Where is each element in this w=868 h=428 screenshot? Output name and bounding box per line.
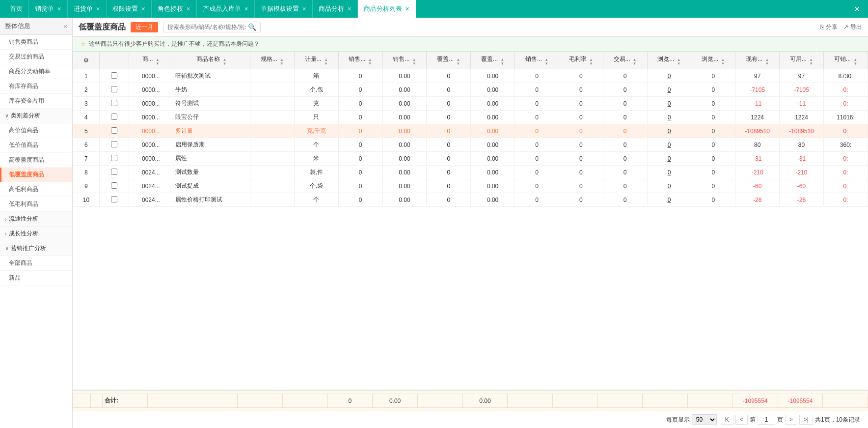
row-checkbox[interactable] <box>111 155 117 161</box>
browse2-column-header[interactable]: 浏览... ▲▼ <box>691 52 735 69</box>
sidebar-item-in-stock-goods[interactable]: 有库存商品 <box>0 79 72 94</box>
nav-close-icon[interactable]: ✕ <box>347 6 352 12</box>
row-checkbox-cell[interactable] <box>99 111 129 124</box>
sidebar-item-low-margin[interactable]: 低毛利商品 <box>0 197 72 212</box>
nav-product-inbound[interactable]: 产成品入库单 ✕ <box>197 0 255 18</box>
trans-column-header[interactable]: 交易... ▲▼ <box>603 52 647 69</box>
row-browse1[interactable]: 0 <box>647 152 691 166</box>
row-checkbox[interactable] <box>111 127 117 134</box>
nav-close-icon[interactable]: ✕ <box>141 6 145 12</box>
nav-close-icon[interactable]: ✕ <box>96 6 100 12</box>
sidebar-item-category-sales-rate[interactable]: 商品分类动销率 <box>0 64 72 79</box>
row-checkbox-cell[interactable] <box>99 69 129 83</box>
collapse-icon[interactable]: « <box>63 22 67 30</box>
sales-qty-column-header[interactable]: 销售... ▲▼ <box>338 52 382 69</box>
row-checkbox[interactable] <box>111 182 117 189</box>
sidebar-item-sales-goods[interactable]: 销售类商品 <box>0 35 72 50</box>
code-column-header[interactable]: 商... ▲▼ <box>129 52 173 69</box>
nav-permissions[interactable]: 权限设置 ✕ <box>107 0 152 18</box>
sidebar-item-high-coverage[interactable]: 高覆盖度商品 <box>0 153 72 168</box>
row-browse1[interactable]: 0 <box>647 69 691 83</box>
sidebar-item-high-margin[interactable]: 高毛利商品 <box>0 182 72 197</box>
name-column-header[interactable]: 商品名称 ▲▼ <box>173 52 250 69</box>
row-checkbox[interactable] <box>111 86 117 92</box>
row-browse1[interactable]: 0 <box>647 97 691 111</box>
browse1-link[interactable]: 0 <box>668 183 671 190</box>
nav-close-icon[interactable]: ✕ <box>302 6 306 12</box>
browse1-link[interactable]: 0 <box>668 197 671 203</box>
per-page-select[interactable]: 50 20 100 <box>692 414 717 425</box>
prev-page-button[interactable]: < <box>735 415 748 425</box>
nav-close-icon[interactable]: ✕ <box>57 6 61 12</box>
sidebar-group-growth[interactable]: › 成长性分析 <box>0 227 72 241</box>
row-browse1[interactable]: 0 <box>647 138 691 152</box>
sidebar-item-new-goods[interactable]: 新品 <box>0 271 72 285</box>
nav-close-icon[interactable]: ✕ <box>186 6 190 12</box>
first-page-button[interactable]: K <box>721 415 733 425</box>
sidebar-group-liquidity[interactable]: › 流通性分析 <box>0 212 72 227</box>
row-checkbox[interactable] <box>111 169 117 175</box>
row-browse1[interactable]: 0 <box>647 111 691 124</box>
nav-product-analysis-list[interactable]: 商品分析列表 ✕ <box>358 0 416 18</box>
share-button[interactable]: ⎘ 分享 <box>820 23 838 31</box>
row-browse1[interactable]: 0 <box>647 193 691 207</box>
time-filter-button[interactable]: 近一月 <box>131 22 158 32</box>
nav-sales-order[interactable]: 销货单 ✕ <box>29 0 68 18</box>
cover1-column-header[interactable]: 覆盖... ▲▼ <box>427 52 471 69</box>
browse1-link[interactable]: 0 <box>668 142 671 148</box>
sales-amt-column-header[interactable]: 销售... ▲▼ <box>382 52 427 69</box>
row-checkbox[interactable] <box>111 100 117 106</box>
nav-home[interactable]: 首页 <box>4 0 29 18</box>
settings-column-header[interactable]: ⚙ <box>73 52 100 69</box>
row-checkbox-cell[interactable] <box>99 152 129 166</box>
row-checkbox-cell[interactable] <box>99 193 129 207</box>
nav-template-settings[interactable]: 单据模板设置 ✕ <box>255 0 313 18</box>
page-number-input[interactable] <box>758 415 775 425</box>
browse1-link[interactable]: 0 <box>668 100 671 107</box>
row-checkbox[interactable] <box>111 72 117 79</box>
row-checkbox[interactable] <box>111 141 117 147</box>
row-checkbox[interactable] <box>111 114 117 120</box>
export-button[interactable]: ↗ 导出 <box>843 23 862 31</box>
row-browse1[interactable]: 0 <box>647 83 691 97</box>
row-browse1[interactable]: 0 <box>647 166 691 179</box>
nav-close-icon[interactable]: ✕ <box>244 6 248 12</box>
row-checkbox[interactable] <box>111 196 117 202</box>
row-checkbox-cell[interactable] <box>99 97 129 111</box>
sidebar-item-traded-goods[interactable]: 交易过的商品 <box>0 50 72 64</box>
sellable-column-header[interactable]: 可销... ▲▼ <box>823 52 868 69</box>
sidebar-item-low-value[interactable]: 低价值商品 <box>0 138 72 153</box>
last-page-button[interactable]: >| <box>799 415 813 425</box>
gross-rate-column-header[interactable]: 毛利率 ▲▼ <box>559 52 603 69</box>
sales2-column-header[interactable]: 销售... ▲▼ <box>515 52 559 69</box>
row-browse1[interactable]: 0 <box>647 179 691 193</box>
sidebar-group-category-analysis[interactable]: ∨ 类别差分析 <box>0 109 72 123</box>
sidebar-header[interactable]: 整体信息 « <box>0 18 72 35</box>
browse1-link[interactable]: 0 <box>668 86 671 93</box>
browse1-link[interactable]: 0 <box>668 169 671 176</box>
available-column-header[interactable]: 可用... ▲▼ <box>780 52 824 69</box>
row-checkbox-cell[interactable] <box>99 166 129 179</box>
search-input[interactable] <box>167 24 246 30</box>
browse1-link[interactable]: 0 <box>668 128 671 135</box>
row-checkbox-cell[interactable] <box>99 138 129 152</box>
nav-product-analysis[interactable]: 商品分析 ✕ <box>313 0 358 18</box>
sidebar-item-stock-capital[interactable]: 库存资金占用 <box>0 94 72 109</box>
browse1-column-header[interactable]: 浏览... ▲▼ <box>647 52 691 69</box>
sidebar-group-marketing[interactable]: ∨ 营销推广分析 <box>0 241 72 256</box>
next-page-button[interactable]: > <box>785 415 797 425</box>
nav-purchase-order[interactable]: 进货单 ✕ <box>68 0 107 18</box>
browse1-link[interactable]: 0 <box>668 114 671 121</box>
sidebar-item-all-goods[interactable]: 全部商品 <box>0 256 72 271</box>
row-browse1[interactable]: 0 <box>647 124 691 138</box>
unit-column-header[interactable]: 计量... ▲▼ <box>294 52 338 69</box>
row-checkbox-cell[interactable] <box>99 83 129 97</box>
window-close-button[interactable]: ✕ <box>850 4 864 14</box>
browse1-link[interactable]: 0 <box>668 73 671 80</box>
browse1-link[interactable]: 0 <box>668 155 671 162</box>
sidebar-item-high-value[interactable]: 高价值商品 <box>0 123 72 138</box>
nav-role-auth[interactable]: 角色授权 ✕ <box>152 0 197 18</box>
spec-column-header[interactable]: 规格... ▲▼ <box>250 52 294 69</box>
cover2-column-header[interactable]: 覆盖... ▲▼ <box>471 52 515 69</box>
row-checkbox-cell[interactable] <box>99 124 129 138</box>
